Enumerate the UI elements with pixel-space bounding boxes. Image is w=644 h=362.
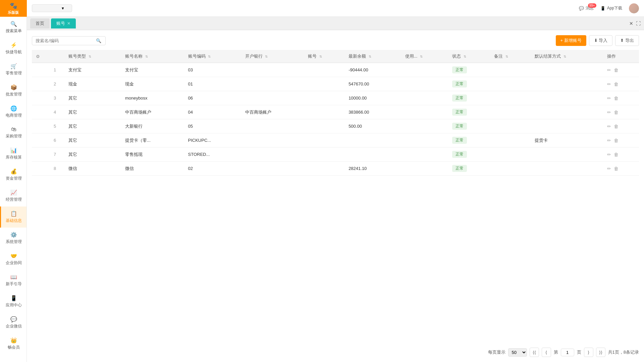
last-page-button[interactable]: ⟩⟩ xyxy=(596,348,605,357)
delete-icon-8[interactable]: 🗑 xyxy=(614,166,619,171)
sidebar-item-new-guide[interactable]: 📖新手引导 xyxy=(0,270,26,291)
cell-account-5 xyxy=(304,119,344,133)
sidebar-item-vip[interactable]: 👑畅会员 xyxy=(0,333,26,354)
cell-type-3: 其它 xyxy=(64,91,121,105)
sidebar-item-app-center[interactable]: 📱应用中心 xyxy=(0,291,26,312)
th-bank[interactable]: 开户银行 ⇅ xyxy=(241,50,304,63)
sort-usage-icon: ⇅ xyxy=(420,55,423,58)
cell-status-1: 正常 xyxy=(448,63,490,77)
edit-icon-3[interactable]: ✏ xyxy=(607,96,611,101)
cell-status-8: 正常 xyxy=(448,162,490,176)
sidebar-item-operation-manage[interactable]: 📈经营管理 xyxy=(0,185,26,206)
th-account[interactable]: 账号 ⇅ xyxy=(304,50,344,63)
sort-code-icon: ⇅ xyxy=(208,55,211,58)
sidebar-item-system-manage[interactable]: ⚙️系统管理 xyxy=(0,228,26,249)
cell-settlement-8 xyxy=(531,162,603,176)
next-page-button[interactable]: ⟩ xyxy=(584,348,593,357)
th-default-settlement[interactable]: 默认结算方式 ⇅ xyxy=(531,50,603,63)
th-name[interactable]: 账号名称 ⇅ xyxy=(121,50,184,63)
th-settings[interactable]: ⚙ xyxy=(32,50,45,63)
message-button[interactable]: 💬 消息 99+ xyxy=(579,5,594,11)
edit-icon-4[interactable]: ✏ xyxy=(607,110,611,115)
delete-icon-3[interactable]: 🗑 xyxy=(614,96,619,101)
table-row: 6 其它 提货卡（零... PICKUPC... 正常 提货卡 ✏ 🗑 xyxy=(32,133,639,147)
prev-page-button[interactable]: ⟨ xyxy=(542,348,551,357)
th-balance[interactable]: 最新余额 ⇅ xyxy=(344,50,401,63)
user-avatar[interactable] xyxy=(629,3,639,13)
sidebar-label-finance-manage: 资金管理 xyxy=(6,176,22,181)
cell-remark-4 xyxy=(490,105,531,119)
delete-icon-5[interactable]: 🗑 xyxy=(614,124,619,129)
sidebar-item-quick-nav[interactable]: ⚡快捷导航 xyxy=(0,38,26,59)
page-size-select[interactable]: 50 100 xyxy=(508,348,527,357)
first-page-button[interactable]: ⟨⟨ xyxy=(530,348,539,357)
tab-fullscreen-btn[interactable]: ⛶ xyxy=(636,21,641,26)
cell-name-4: 中百商场账户 xyxy=(121,105,184,119)
export-button[interactable]: ⬆ 导出 xyxy=(615,35,639,46)
current-page-label: 第 xyxy=(554,349,558,355)
sidebar-item-wholesale-manage[interactable]: 📦批发管理 xyxy=(0,80,26,101)
sidebar-icon-retail-manage: 🛒 xyxy=(10,63,17,69)
search-icon[interactable]: 🔍 xyxy=(96,38,101,43)
cell-settings-1 xyxy=(32,63,45,77)
cell-bank-7 xyxy=(241,147,304,162)
edit-icon-2[interactable]: ✏ xyxy=(607,81,611,87)
tab-close-account[interactable]: ✕ xyxy=(67,21,70,26)
sort-account-icon: ⇅ xyxy=(319,55,322,58)
cell-type-5: 其它 xyxy=(64,119,121,133)
tab-home[interactable]: 首页 xyxy=(30,18,50,28)
sidebar-item-basic-info[interactable]: 📋基础信息 xyxy=(0,206,26,228)
th-code[interactable]: 账号编码 ⇅ xyxy=(184,50,241,63)
cell-action-3: ✏ 🗑 xyxy=(603,91,639,105)
delete-icon-1[interactable]: 🗑 xyxy=(614,67,619,73)
sidebar-item-purchase-manage[interactable]: 🛍采购管理 xyxy=(0,122,26,143)
tab-close-btn[interactable]: ✕ xyxy=(629,21,633,26)
cell-code-8: 02 xyxy=(184,162,241,176)
tab-account[interactable]: 账号✕ xyxy=(51,18,76,28)
page-number-input[interactable] xyxy=(561,349,574,356)
cell-code-3: 06 xyxy=(184,91,241,105)
sidebar-item-search[interactable]: 🔍搜索菜单 xyxy=(0,17,26,38)
cell-status-2: 正常 xyxy=(448,77,490,91)
edit-icon-7[interactable]: ✏ xyxy=(607,152,611,157)
cell-balance-3: 10000.00 xyxy=(344,91,401,105)
top-search-dropdown-icon[interactable]: ▾ xyxy=(62,6,64,11)
th-remark[interactable]: 备注 ⇅ xyxy=(490,50,531,63)
cell-action-1: ✏ 🗑 xyxy=(603,63,639,77)
cell-status-6: 正常 xyxy=(448,133,490,147)
cell-status-3: 正常 xyxy=(448,91,490,105)
delete-icon-2[interactable]: 🗑 xyxy=(614,81,619,87)
sidebar-label-ecommerce-manage: 电商管理 xyxy=(6,113,22,118)
th-usage[interactable]: 使用... ⇅ xyxy=(401,50,448,63)
search-input[interactable] xyxy=(36,38,96,43)
status-badge-4: 正常 xyxy=(452,109,467,116)
app-download-button[interactable]: 📱 App下载 xyxy=(600,5,622,11)
sidebar-item-finance-manage[interactable]: 💰资金管理 xyxy=(0,164,26,185)
delete-icon-4[interactable]: 🗑 xyxy=(614,110,619,115)
edit-icon-6[interactable]: ✏ xyxy=(607,138,611,143)
edit-icon-8[interactable]: ✏ xyxy=(607,166,611,171)
edit-icon-5[interactable]: ✏ xyxy=(607,124,611,129)
add-account-button[interactable]: + 新增账号 xyxy=(556,35,586,46)
sidebar-label-enterprise-wechat: 企业微信 xyxy=(6,323,22,329)
sidebar-item-enterprise-wechat[interactable]: 💬企业微信 xyxy=(0,312,26,333)
delete-icon-6[interactable]: 🗑 xyxy=(614,138,619,143)
sidebar-icon-finance-manage: 💰 xyxy=(10,168,17,175)
delete-icon-7[interactable]: 🗑 xyxy=(614,152,619,157)
th-type[interactable]: 账号类型 ⇅ xyxy=(64,50,121,63)
cell-usage-5 xyxy=(401,119,448,133)
sort-bank-icon: ⇅ xyxy=(265,55,268,58)
main-area: ▾ 💬 消息 99+ 📱 App下载 首页账号✕ ✕ ⛶ � xyxy=(27,0,644,362)
cell-name-6: 提货卡（零... xyxy=(121,133,184,147)
search-box[interactable]: 🔍 xyxy=(32,36,106,45)
sidebar-item-inventory-calc[interactable]: 📊库存核算 xyxy=(0,143,26,164)
column-settings-icon[interactable]: ⚙ xyxy=(36,54,40,59)
sidebar-item-ecommerce-manage[interactable]: 🌐电商管理 xyxy=(0,101,26,122)
sidebar-item-enterprise-agreement[interactable]: 🤝企业协同 xyxy=(0,249,26,270)
top-search-input[interactable] xyxy=(35,6,62,11)
top-search-box[interactable]: ▾ xyxy=(32,4,72,12)
edit-icon-1[interactable]: ✏ xyxy=(607,67,611,73)
th-status[interactable]: 状态 ⇅ xyxy=(448,50,490,63)
import-button[interactable]: ⬇ 导入 xyxy=(589,35,613,46)
sidebar-item-retail-manage[interactable]: 🛒零售管理 xyxy=(0,59,26,80)
